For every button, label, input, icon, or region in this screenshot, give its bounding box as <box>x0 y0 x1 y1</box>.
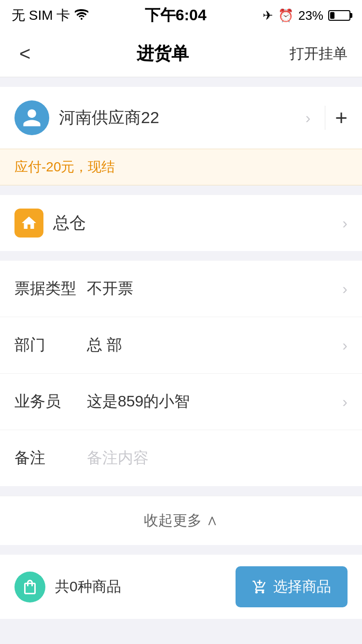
status-right: ✈ ⏰ 23% <box>263 8 350 23</box>
salesperson-chevron-icon: › <box>342 393 348 411</box>
invoice-type-label: 票据类型 <box>14 278 77 299</box>
salesperson-label: 业务员 <box>14 391 77 412</box>
supplier-row[interactable]: 河南供应商22 › + <box>0 87 362 149</box>
warehouse-row[interactable]: 总仓 › <box>0 195 362 251</box>
alarm-icon: ⏰ <box>278 8 293 23</box>
salesperson-row[interactable]: 业务员 这是859的小智 › <box>0 374 362 430</box>
salesperson-value: 这是859的小智 <box>77 391 342 412</box>
status-bar: 无 SIM 卡 下午6:04 ✈ ⏰ 23% <box>0 0 362 31</box>
remarks-label: 备注 <box>14 448 77 469</box>
department-chevron-icon: › <box>342 336 348 354</box>
nav-bar: < 进货单 打开挂单 <box>0 31 362 77</box>
invoice-type-chevron-icon: › <box>342 280 348 298</box>
carrier-text: 无 SIM 卡 <box>12 6 70 25</box>
gap-1 <box>0 77 362 87</box>
gap-2 <box>0 185 362 195</box>
department-row[interactable]: 部门 总 部 › <box>0 317 362 374</box>
department-label: 部门 <box>14 335 77 356</box>
warehouse-name: 总仓 <box>53 212 342 234</box>
warehouse-chevron-icon: › <box>342 214 348 232</box>
location-icon: ✈ <box>263 8 273 23</box>
department-value: 总 部 <box>77 335 342 356</box>
product-count-section: 共0种商品 <box>14 572 121 602</box>
form-section: 票据类型 不开票 › 部门 总 部 › 业务员 这是859的小智 › 备注 备注… <box>0 261 362 486</box>
back-button[interactable]: < <box>14 38 35 70</box>
vertical-divider <box>325 106 325 130</box>
add-button[interactable]: + <box>335 106 348 130</box>
invoice-type-value: 不开票 <box>77 278 342 299</box>
battery-indicator <box>328 10 350 21</box>
status-left: 无 SIM 卡 <box>12 6 88 25</box>
product-count-icon <box>14 572 45 602</box>
product-count-text: 共0种商品 <box>55 577 121 597</box>
remarks-input[interactable]: 备注内容 <box>77 448 348 469</box>
collapse-button[interactable]: 收起更多 ∧ <box>0 496 362 545</box>
shopping-bag-icon <box>21 578 39 596</box>
remarks-row[interactable]: 备注 备注内容 <box>0 430 362 486</box>
bottom-bar: 共0种商品 选择商品 <box>0 555 362 619</box>
battery-percent: 23% <box>298 8 323 23</box>
user-icon <box>21 107 42 128</box>
select-product-icon <box>252 579 267 595</box>
wifi-icon <box>75 8 88 23</box>
supplier-section: 河南供应商22 › + 应付-20元，现结 <box>0 87 362 185</box>
supplier-chevron-icon: › <box>306 109 311 127</box>
warehouse-section: 总仓 › <box>0 195 362 251</box>
warehouse-icon <box>14 209 43 238</box>
supplier-avatar <box>14 100 49 135</box>
invoice-type-row[interactable]: 票据类型 不开票 › <box>0 261 362 317</box>
page-title: 进货单 <box>137 42 189 66</box>
status-time: 下午6:04 <box>145 5 207 26</box>
select-product-label: 选择商品 <box>273 577 331 597</box>
notice-bar: 应付-20元，现结 <box>0 149 362 185</box>
supplier-name: 河南供应商22 <box>59 107 306 129</box>
select-product-button[interactable]: 选择商品 <box>236 566 348 607</box>
home-icon <box>20 214 38 232</box>
notice-text: 应付-20元，现结 <box>14 159 115 174</box>
open-pending-button[interactable]: 打开挂单 <box>290 44 348 64</box>
collapse-label: 收起更多 ∧ <box>144 512 218 528</box>
